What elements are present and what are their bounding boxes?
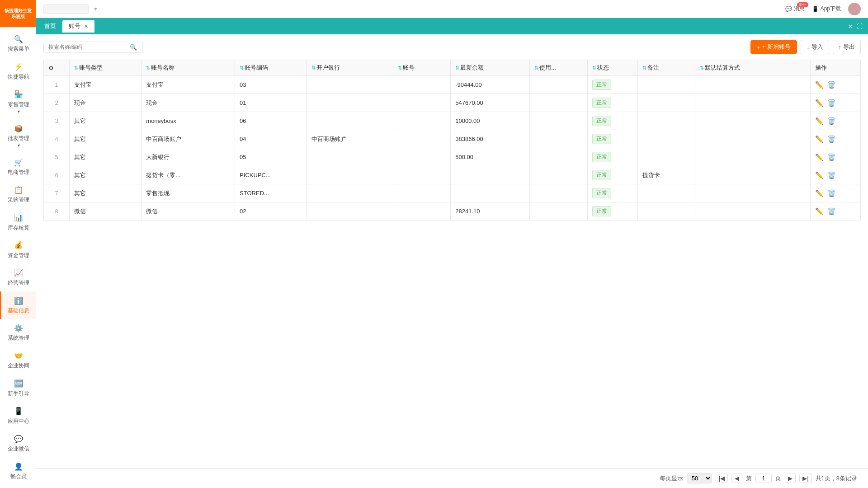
row-use [530, 130, 587, 148]
col-type[interactable]: ⇅账号类型 [70, 60, 142, 76]
col-balance[interactable]: ⇅最新余额 [451, 60, 530, 76]
delete-icon[interactable]: 🗑️ [827, 117, 836, 125]
edit-icon[interactable]: ✏️ [815, 117, 824, 125]
row-code: 01 [235, 94, 307, 112]
delete-icon[interactable]: 🗑️ [827, 81, 836, 89]
col-code[interactable]: ⇅账号编码 [235, 60, 307, 76]
col-remark[interactable]: ⇅备注 [637, 60, 695, 76]
row-account [393, 76, 451, 94]
import-label: 导入 [811, 43, 823, 51]
sidebar-item-finance-mgmt[interactable]: 💰 资金管理 [0, 236, 36, 263]
col-use[interactable]: ⇅使用... [530, 60, 587, 76]
prev-page-button[interactable]: ◀ [731, 474, 742, 483]
message-icon: 💬 [785, 6, 792, 12]
sidebar-nav: 🔍 搜索菜单 ⚡ 快捷导航 🏪 零售管理 ▾ 📦 批发管理 ▾ 🛒 电商管理 📋… [0, 27, 36, 488]
sidebar-item-app-center[interactable]: 📱 应用中心 [0, 402, 36, 429]
export-button[interactable]: ↑ 导出 [833, 40, 861, 54]
edit-icon[interactable]: ✏️ [815, 81, 824, 89]
sidebar-item-retail-mgmt[interactable]: 🏪 零售管理 ▾ [0, 85, 36, 119]
sidebar-item-enterprise-wechat[interactable]: 💬 企业微信 [0, 430, 36, 457]
delete-icon[interactable]: 🗑️ [827, 189, 836, 197]
row-bank [307, 112, 393, 130]
col-bank[interactable]: ⇅开户银行 [307, 60, 393, 76]
sidebar-item-system-mgmt[interactable]: ⚙️ 系统管理 [0, 319, 36, 347]
last-page-button[interactable]: ▶| [799, 474, 811, 483]
col-settings[interactable]: ⚙ [44, 60, 70, 76]
user-avatar[interactable] [848, 3, 861, 15]
sidebar-item-member[interactable]: 👤 畅会员 [0, 457, 36, 485]
maximize-window-icon[interactable]: ⛶ [857, 23, 863, 30]
tab-maximize-controls: ✕ ⛶ [848, 23, 863, 30]
row-account [393, 166, 451, 184]
row-code: 06 [235, 112, 307, 130]
sidebar-item-new-guide[interactable]: 🆕 新手引导 [0, 374, 36, 402]
col-status[interactable]: ⇅状态 [587, 60, 637, 76]
row-code: 03 [235, 76, 307, 94]
col-payment[interactable]: ⇅默认结算方式 [695, 60, 811, 76]
sidebar-item-ecommerce-mgmt[interactable]: 🛒 电商管理 [0, 153, 36, 181]
tab-account-close[interactable]: ✕ [84, 23, 88, 29]
row-account [393, 184, 451, 202]
tab-account[interactable]: 账号 ✕ [62, 20, 94, 33]
sidebar-item-basic-info[interactable]: ℹ️ 基础信息 [0, 291, 36, 319]
row-action: ✏️ 🗑️ [810, 130, 860, 148]
arrow-icon: ▾ [18, 142, 20, 149]
sidebar-item-purchase-mgmt[interactable]: 📋 采购管理 [0, 181, 36, 208]
delete-icon[interactable]: 🗑️ [827, 99, 836, 107]
status-badge: 正常 [592, 152, 611, 162]
page-input[interactable] [755, 474, 772, 483]
search-input[interactable] [48, 44, 130, 50]
edit-icon[interactable]: ✏️ [815, 171, 824, 179]
sidebar-item-business-mgmt[interactable]: 📈 经营管理 [0, 264, 36, 291]
delete-icon[interactable]: 🗑️ [827, 207, 836, 216]
row-remark [637, 76, 695, 94]
status-badge: 正常 [592, 98, 611, 108]
row-balance [451, 184, 530, 202]
row-action: ✏️ 🗑️ [810, 94, 860, 112]
tab-home[interactable]: 首页 [38, 20, 62, 33]
delete-icon[interactable]: 🗑️ [827, 135, 836, 143]
first-page-button[interactable]: |◀ [716, 474, 728, 483]
topbar: ▾ 💬 消息 99+ 📱 App下载 [36, 0, 868, 18]
edit-icon[interactable]: ✏️ [815, 135, 824, 143]
topbar-dropdown-icon[interactable]: ▾ [94, 5, 97, 12]
row-account [393, 148, 451, 166]
row-balance: -90444.00 [451, 76, 530, 94]
sidebar-item-search-menu[interactable]: 🔍 搜索菜单 [0, 30, 36, 57]
sidebar-item-enterprise-agreement[interactable]: 🤝 企业协同 [0, 347, 36, 374]
topbar-search-input[interactable] [43, 4, 89, 14]
edit-icon[interactable]: ✏️ [815, 189, 824, 197]
row-account [393, 94, 451, 112]
row-name: moneybosx [142, 112, 235, 130]
delete-icon[interactable]: 🗑️ [827, 171, 836, 179]
row-num: 2 [44, 94, 70, 112]
sidebar-item-inventory-calc[interactable]: 📊 库存核算 [0, 208, 36, 236]
import-button[interactable]: ↓ 导入 [801, 40, 829, 54]
sidebar-item-quick-nav[interactable]: ⚡ 快捷导航 [0, 57, 36, 85]
new-guide-icon: 🆕 [14, 379, 23, 389]
toolbar: 🔍 + + 新增账号 ↓ 导入 ↑ 导出 [43, 40, 861, 54]
edit-icon[interactable]: ✏️ [815, 153, 824, 161]
col-name[interactable]: ⇅账号名称 [142, 60, 235, 76]
sidebar-item-wholesale-mgmt[interactable]: 📦 批发管理 ▾ [0, 119, 36, 153]
close-window-icon[interactable]: ✕ [848, 23, 853, 30]
add-account-button[interactable]: + + 新增账号 [750, 40, 797, 54]
toolbar-right: + + 新增账号 ↓ 导入 ↑ 导出 [750, 40, 861, 54]
basic-info-icon: ℹ️ [14, 296, 23, 306]
tab-account-label: 账号 [69, 22, 80, 30]
col-account[interactable]: ⇅账号 [393, 60, 451, 76]
app-download-button[interactable]: 📱 App下载 [812, 5, 841, 13]
edit-icon[interactable]: ✏️ [815, 99, 824, 107]
row-payment [695, 166, 811, 184]
add-button-label: + 新增账号 [762, 43, 791, 51]
edit-icon[interactable]: ✏️ [815, 207, 824, 216]
delete-icon[interactable]: 🗑️ [827, 153, 836, 161]
row-type: 支付宝 [70, 76, 142, 94]
per-page-select[interactable]: 50 100 [687, 473, 712, 483]
search-icon: 🔍 [130, 44, 137, 51]
next-page-button[interactable]: ▶ [785, 474, 796, 483]
app-center-icon: 📱 [14, 406, 23, 416]
message-button[interactable]: 💬 消息 99+ [785, 5, 805, 13]
row-code: 05 [235, 148, 307, 166]
logo-subtext: 乐惠版 [11, 14, 25, 19]
